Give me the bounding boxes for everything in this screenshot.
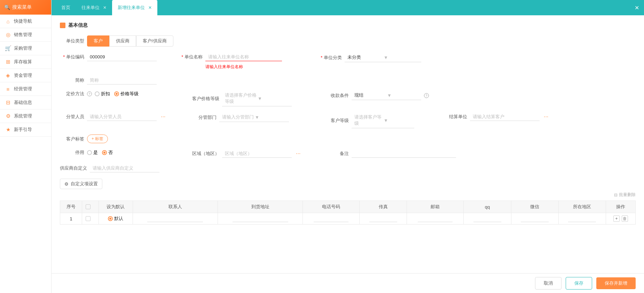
row-fax-input[interactable] <box>369 215 397 222</box>
sidebar-search[interactable]: 🔍 搜索菜单 <box>0 0 51 15</box>
pricing-group: 定价方法 ? 折扣 价格等级 <box>60 91 192 97</box>
operations-icon: ≡ <box>5 86 11 92</box>
alias-input[interactable] <box>87 76 157 84</box>
alias-group: 简称 <box>60 76 178 84</box>
row-default-radio[interactable] <box>108 216 113 221</box>
sidebar-item-purchase[interactable]: 🛒 采购管理 <box>0 42 51 55</box>
batch-delete-button[interactable]: ⊟ 批量删除 <box>60 192 636 198</box>
sidebar-item-finance[interactable]: ◈ 资金管理 <box>0 69 51 82</box>
row-phone-input[interactable] <box>314 215 348 222</box>
supplier-custom-row: 供应商自定义 <box>60 164 636 172</box>
pricing-price-level-option[interactable]: 价格等级 <box>114 91 139 97</box>
delete-row-button[interactable]: 🗑 <box>622 215 628 222</box>
sidebar-search-label: 搜索菜单 <box>12 4 32 10</box>
type-btn-customer[interactable]: 客户 <box>87 35 109 47</box>
pricing-discount-option[interactable]: 折扣 <box>95 91 110 97</box>
customer-level-dropdown[interactable]: 请选择客户等级 ▼ <box>352 113 414 128</box>
manager-input[interactable] <box>87 113 157 121</box>
pricing-discount-radio[interactable] <box>95 91 100 96</box>
supplier-custom-input[interactable] <box>90 164 159 172</box>
row-contact-input[interactable] <box>147 215 203 222</box>
manager-more-btn[interactable]: ··· <box>159 114 167 120</box>
row-address-input[interactable] <box>233 215 288 222</box>
unit-code-input[interactable] <box>87 53 157 61</box>
disabled-yes-radio[interactable] <box>87 150 92 155</box>
row-region-input[interactable] <box>568 215 596 222</box>
tab-home[interactable]: 首页 <box>56 0 76 15</box>
manager-row: 分管人员 ··· 分管部门 请输入分管部门 ▼ 客户等级 请选择客户等级 ▼ 结… <box>60 113 636 128</box>
save-button[interactable]: 保存 <box>566 277 592 290</box>
region-label: 区域（地区） <box>192 150 219 157</box>
add-tag-button[interactable]: + 标签 <box>87 135 108 143</box>
unit-info-row: 单位编码 单位名称 请输入往来单位名称 单位分类 未分类 ▼ <box>60 53 636 70</box>
alias-label: 简称 <box>60 77 84 83</box>
row-action-buttons: + 🗑 <box>610 215 632 222</box>
unit-name-error: 请输入往来单位名称 <box>205 64 243 69</box>
select-all-checkbox[interactable] <box>86 204 91 209</box>
tab-partners[interactable]: 往来单位 ✕ <box>76 0 112 15</box>
dropdown-arrow-icon: ▼ <box>384 55 420 60</box>
department-placeholder: 请输入分管部门 <box>222 114 255 120</box>
custom-settings-label: 自定义项设置 <box>71 181 98 187</box>
type-btn-supplier[interactable]: 供应商 <box>109 35 136 47</box>
unit-code-label: 单位编码 <box>60 54 84 60</box>
type-btn-both[interactable]: 客户/供应商 <box>136 35 173 47</box>
sidebar-item-inventory[interactable]: ⊞ 库存核算 <box>0 55 51 69</box>
manager-group: 分管人员 ··· <box>60 113 192 121</box>
sidebar-item-operations[interactable]: ≡ 经营管理 <box>0 82 51 96</box>
sidebar-item-label: 库存核算 <box>14 59 32 65</box>
settlement-more-btn[interactable]: ··· <box>542 114 550 120</box>
unit-code-group: 单位编码 <box>60 53 178 61</box>
save-and-new-button[interactable]: 保存并新增 <box>596 277 636 289</box>
pricing-discount-label: 折扣 <box>101 91 110 97</box>
sidebar-item-label: 经营管理 <box>14 86 32 92</box>
tab-home-label: 首页 <box>61 5 70 11</box>
add-row-button[interactable]: + <box>613 215 620 222</box>
pricing-help-icon[interactable]: ? <box>87 91 92 96</box>
col-email: 邮箱 <box>407 201 464 213</box>
col-wechat: 微信 <box>511 201 558 213</box>
tab-new-partner-close[interactable]: ✕ <box>148 5 152 10</box>
close-all-tabs-button[interactable]: ✕ <box>635 5 639 11</box>
note-input[interactable] <box>352 149 456 158</box>
unit-type-buttons: 客户 供应商 客户/供应商 <box>87 35 173 47</box>
row-checkbox[interactable] <box>86 216 91 221</box>
table-header: 序号 设为默认 联系人 到货地址 电话号码 传真 邮箱 qq 微信 所在地区 操… <box>60 201 636 213</box>
department-dropdown[interactable]: 请输入分管部门 ▼ <box>219 113 289 122</box>
sidebar-item-label: 资金管理 <box>14 72 32 79</box>
row-qq-input[interactable] <box>473 215 501 222</box>
unit-type-row: 单位类型 客户 供应商 客户/供应商 <box>60 35 636 47</box>
cancel-button[interactable]: 取消 <box>535 277 561 290</box>
unit-name-input[interactable] <box>205 53 282 61</box>
dropdown-arrow-icon3: ▼ <box>387 93 420 98</box>
sidebar-item-quick-nav[interactable]: ⌂ 快捷导航 <box>0 15 51 28</box>
pricing-price-level-radio[interactable] <box>114 91 119 96</box>
disabled-no-option[interactable]: 否 <box>102 149 113 156</box>
department-label: 分管部门 <box>192 114 217 121</box>
sidebar-item-basic-info[interactable]: ⊟ 基础信息 <box>0 96 51 109</box>
sidebar-item-system[interactable]: ⚙ 系统管理 <box>0 109 51 123</box>
unit-category-dropdown[interactable]: 未分类 ▼ <box>345 53 421 62</box>
tab-partners-close[interactable]: ✕ <box>103 5 107 10</box>
payment-help-icon[interactable]: ? <box>424 93 429 98</box>
pricing-price-level-label: 价格等级 <box>120 91 139 97</box>
disabled-yes-option[interactable]: 是 <box>87 149 98 156</box>
col-contact: 联系人 <box>133 201 218 213</box>
tab-new-partner[interactable]: 新增往来单位 ✕ <box>112 0 157 15</box>
region-input[interactable] <box>222 149 292 158</box>
row-email-input[interactable] <box>418 215 453 222</box>
region-more-btn[interactable]: ··· <box>294 150 302 157</box>
payment-terms-dropdown[interactable]: 现结 ▼ <box>352 91 421 100</box>
settlement-unit-input[interactable] <box>470 113 540 121</box>
row-wechat-input[interactable] <box>521 215 549 222</box>
sidebar-item-new-guide[interactable]: ★ 新手引导 <box>0 123 51 137</box>
customer-price-level-label: 客户价格等级 <box>192 96 219 102</box>
unit-name-label: 单位名称 <box>178 54 203 60</box>
tags-row: 客户标签 + 标签 <box>60 135 636 143</box>
tab-partners-label: 往来单位 <box>81 5 100 11</box>
disabled-no-radio[interactable] <box>102 150 107 155</box>
custom-settings-button[interactable]: ⚙ 自定义项设置 <box>60 179 102 189</box>
note-label: 备注 <box>324 150 349 157</box>
customer-price-level-dropdown[interactable]: 请选择客户价格等级 ▼ <box>222 91 292 106</box>
sidebar-item-sales[interactable]: ◎ 销售管理 <box>0 28 51 42</box>
